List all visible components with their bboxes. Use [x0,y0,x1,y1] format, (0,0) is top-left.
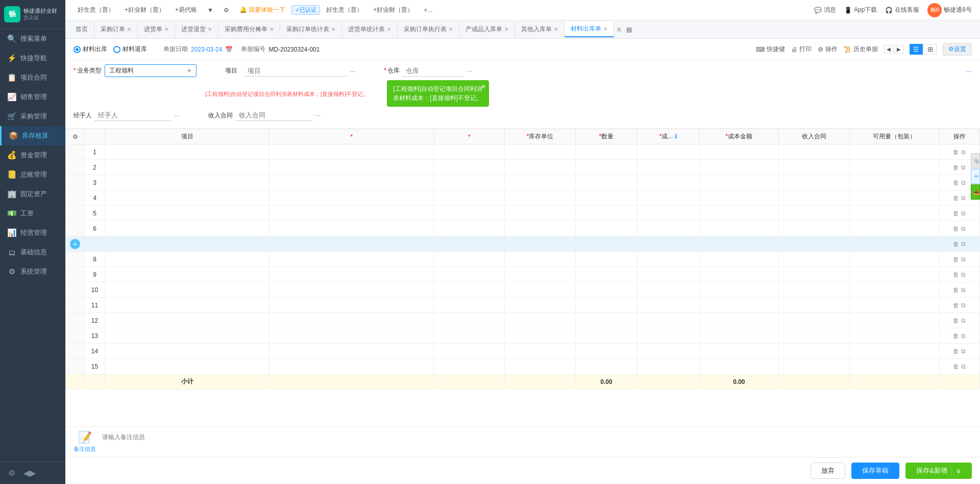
sidebar-item-search[interactable]: 🔍 搜索菜单 [0,29,65,49]
tab-purchase-expense[interactable]: 采购费用分摊单 ✕ [218,22,280,37]
td-warehouse-unit[interactable] [505,160,576,175]
tab-return[interactable]: 进货退货 ✕ [175,22,218,37]
td-available-qty[interactable] [849,190,939,206]
sidebar-item-accounting[interactable]: 📒 总账管理 [0,165,65,184]
sidebar-item-shortcut[interactable]: ⚡ 快捷导航 [0,49,65,68]
td-cost-amount-active[interactable] [699,236,779,252]
td-cost-price[interactable] [638,175,699,190]
td-quantity[interactable] [575,206,637,221]
delete-icon[interactable]: 🗑 [953,256,959,263]
tab-close-material-out[interactable]: ✕ [603,26,607,32]
copy-icon[interactable]: ⧉ [961,225,966,232]
warehouse-expand[interactable]: ··· [467,67,472,75]
nav-good-wealth[interactable]: +好业财（普） [120,4,169,16]
td-cost-amount[interactable] [699,206,779,221]
td-available-qty[interactable] [849,175,939,190]
td-quantity[interactable] [575,160,637,175]
app-download-action[interactable]: 📱 App下载 [844,6,877,14]
copy-icon[interactable]: ⧉ [961,195,966,202]
add-row-button[interactable]: + [70,239,80,249]
td-cost-amount[interactable] [699,190,779,206]
delete-icon[interactable]: 🗑 [953,348,959,355]
handler-input[interactable] [95,110,172,121]
td-cost-amount[interactable] [699,175,779,190]
income-contract-expand[interactable]: ··· [315,112,321,119]
save-draft-button[interactable]: 保存草稿 [851,463,899,479]
delete-icon[interactable]: 🗑 [953,149,959,156]
td-available-qty[interactable] [849,144,939,160]
sidebar-item-purchase[interactable]: 🛒 采购管理 [0,107,65,126]
tab-product-in[interactable]: 产成品入库单 ✕ [459,22,515,37]
tab-close-receipt-stats[interactable]: ✕ [387,27,391,32]
right-tool-1[interactable]: 📎 [971,153,980,168]
tab-purchase-order[interactable]: 采购订单 ✕ [94,22,138,37]
delete-icon[interactable]: 🗑 [953,240,959,248]
radio-material-return[interactable]: 材料退库 [113,45,147,54]
td-material[interactable] [270,206,434,221]
tab-close-purchase-order[interactable]: ✕ [127,27,131,32]
td-income-contract[interactable] [779,144,850,160]
td-quantity-active[interactable] [575,236,637,252]
td-available-qty[interactable] [849,221,939,236]
nav-experience[interactable]: 🔔 我要体验一下 [235,4,289,16]
settings-button[interactable]: ⚙设置 [943,43,972,56]
td-project-active[interactable] [105,236,270,252]
td-warehouse-unit[interactable] [505,206,576,221]
copy-icon[interactable]: ⧉ [961,164,966,171]
td-quantity[interactable] [575,175,637,190]
message-action[interactable]: 💬 消息 [814,6,836,14]
copy-icon[interactable]: ⧉ [961,332,966,340]
save-new-arrow[interactable]: ∨ [951,467,961,475]
td-available-qty[interactable] [849,206,939,221]
warehouse-input[interactable] [403,65,464,77]
gear-icon[interactable]: ⚙ [72,133,78,140]
td-material[interactable] [270,190,434,206]
collapse-icon[interactable]: ◀▶ [23,468,36,478]
td-cost-amount[interactable] [699,160,779,175]
tabbar-more[interactable]: ▤ [626,26,632,33]
td-cost-price[interactable] [638,221,699,236]
td-cost-amount[interactable] [699,221,779,236]
income-contract-input[interactable] [236,110,312,121]
online-support-action[interactable]: 🎧 在线客服 [885,6,919,14]
td-spec-active[interactable] [434,236,505,252]
td-warehouse-unit[interactable] [505,190,576,206]
global-expand[interactable]: ··· [966,67,972,75]
tab-close-purchase-expense[interactable]: ✕ [270,27,274,32]
td-project[interactable] [105,144,270,160]
nav-good-business[interactable]: 好生意（普） [74,4,118,16]
delete-icon[interactable]: 🗑 [953,302,959,309]
delete-icon[interactable]: 🗑 [953,286,959,294]
tab-material-out[interactable]: 材料出库单 ✕ [565,21,614,37]
delete-icon[interactable]: 🗑 [953,363,959,370]
td-income-contract[interactable] [779,206,850,221]
tab-close-product-in[interactable]: ✕ [504,27,508,32]
delete-icon[interactable]: 🗑 [953,210,959,217]
business-type-select[interactable]: 工程领料 ▼ [105,64,197,77]
tab-purchase-exec[interactable]: 采购订单执行表 ✕ [398,22,459,37]
material-cell-input[interactable] [274,240,429,248]
right-tool-2[interactable]: ✏ [971,169,980,184]
td-spec[interactable] [434,144,505,160]
copy-icon[interactable]: ⧉ [961,363,966,370]
td-warehouse-unit[interactable] [505,221,576,236]
project-input[interactable] [244,65,347,77]
sidebar-item-project[interactable]: 📋 项目合同 [0,68,65,87]
nav-good-business2[interactable]: 好生意（普） [322,4,367,16]
notes-input[interactable] [100,431,972,451]
tooltip-close[interactable]: ✕ [481,82,486,91]
td-income-contract[interactable] [779,175,850,190]
handler-expand[interactable]: ··· [175,112,180,119]
discard-button[interactable]: 放弃 [811,463,845,479]
sidebar-item-basic[interactable]: 🗂 基础信息 [0,243,65,262]
td-material[interactable] [270,221,434,236]
td-spec[interactable] [434,221,505,236]
sidebar-item-assets[interactable]: 🏢 固定资产 [0,184,65,204]
td-income-contract[interactable] [779,221,850,236]
td-project[interactable] [105,190,270,206]
th-settings[interactable]: ⚙ [66,129,85,144]
td-project[interactable] [105,221,270,236]
td-cost-price[interactable] [638,160,699,175]
copy-icon[interactable]: ⧉ [961,256,966,263]
tab-home[interactable]: 首页 [69,22,94,37]
